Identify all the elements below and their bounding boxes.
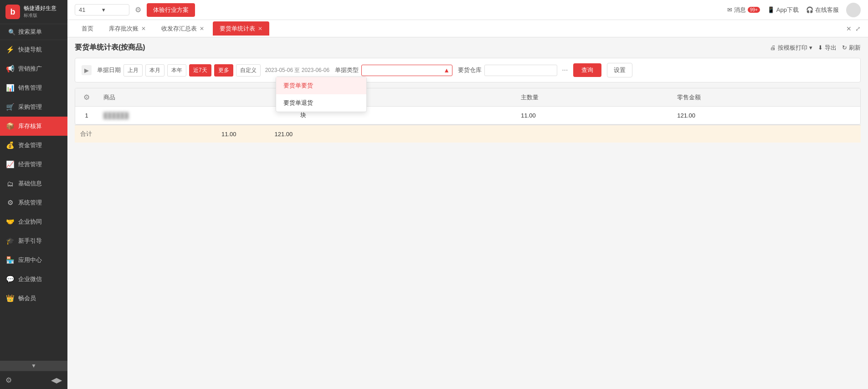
sidebar-item-system[interactable]: ⚙ 系统管理 xyxy=(0,193,67,212)
appcenter-icon: 🏪 xyxy=(5,256,15,265)
filter-settings-button[interactable]: 设置 xyxy=(607,63,632,77)
purchase-icon: 🛒 xyxy=(5,102,15,112)
page-header: 要货单统计表(按商品) 🖨 按模板打印 ▾ ⬇ 导出 ↻ 刷新 xyxy=(75,43,861,52)
filter-date-7days[interactable]: 近7天 xyxy=(189,64,211,77)
messages-button[interactable]: ✉ 消息 99+ xyxy=(727,6,760,14)
col-product-label: 商品 xyxy=(103,94,115,101)
sidebar-item-inventory[interactable]: 📦 库存核算 xyxy=(0,117,67,136)
tab-order-stats-close[interactable]: ✕ xyxy=(258,26,262,32)
sidebar-item-finance[interactable]: 💰 资金管理 xyxy=(0,136,67,155)
filter-query-button[interactable]: 查询 xyxy=(573,63,601,77)
app-version: 标准版 xyxy=(24,12,56,19)
sidebar-search[interactable]: 🔍 搜索菜单 xyxy=(0,24,67,40)
sidebar-item-quicknav[interactable]: ⚡ 快捷导航 xyxy=(0,40,67,59)
filter-type-input[interactable] xyxy=(361,65,452,76)
sidebar-item-appcenter[interactable]: 🏪 应用中心 xyxy=(0,251,67,270)
tabs-bar: 首页 库存批次账 ✕ 收发存汇总表 ✕ 要货单统计表 ✕ ✕ ⤢ xyxy=(67,20,868,37)
filter-date-more[interactable]: 更多 xyxy=(214,64,233,77)
promo-button[interactable]: 体验行业方案 xyxy=(147,3,195,17)
member-label: 畅会员 xyxy=(18,294,36,302)
collab-label: 企业协同 xyxy=(18,218,42,226)
table-settings-icon[interactable]: ⚙ xyxy=(83,93,90,101)
filter-date-range: 2023-05-06 至 2023-06-06 xyxy=(265,67,329,74)
filter-bar: ▶ 单据日期 上月 本月 本年 近7天 更多 自定义 2023-05-06 至 … xyxy=(75,58,861,82)
filter-date-label: 单据日期 xyxy=(97,66,121,74)
sidebar-item-collab[interactable]: 🤝 企业协同 xyxy=(0,212,67,231)
headset-icon: 🎧 xyxy=(806,6,813,13)
sales-icon: 📊 xyxy=(5,83,15,92)
tab-inventory-batch[interactable]: 库存批次账 ✕ xyxy=(102,21,153,36)
basic-info-label: 基础信息 xyxy=(18,179,42,188)
filter-date-this-month[interactable]: 本月 xyxy=(145,64,164,77)
export-button[interactable]: ⬇ 导出 xyxy=(818,44,837,52)
refresh-label: 刷新 xyxy=(849,44,861,52)
tab-home[interactable]: 首页 xyxy=(75,21,100,36)
branch-selector-chevron: ▾ xyxy=(102,6,123,13)
sidebar-item-wechat[interactable]: 💬 企业微信 xyxy=(0,270,67,289)
print-label: 按模板打印 xyxy=(778,44,807,52)
dropdown-item-return-label: 要货单退货 xyxy=(283,99,313,106)
filter-type-group: 单据类型 ▲ xyxy=(335,65,452,76)
print-icon: 🖨 xyxy=(770,44,776,51)
col-header-quantity: 主数量 xyxy=(515,88,672,107)
dropdown-item-return[interactable]: 要货单退货 xyxy=(276,94,366,112)
sidebar-item-guide[interactable]: 🎓 新手引导 xyxy=(0,231,67,251)
filter-date-group: 单据日期 上月 本月 本年 近7天 更多 自定义 2023-05-06 至 20… xyxy=(97,64,329,77)
tab-stock-summary-label: 收发存汇总表 xyxy=(161,25,197,33)
branch-selector-text: 41 xyxy=(79,6,100,13)
tab-action-close-icon[interactable]: ✕ xyxy=(846,25,852,32)
sidebar-item-marketing[interactable]: 📢 营销推广 xyxy=(0,59,67,78)
phone-icon: 📱 xyxy=(767,6,775,13)
online-service-button[interactable]: 🎧 在线客服 xyxy=(806,6,839,14)
collab-icon: 🤝 xyxy=(5,217,15,226)
sidebar-item-member[interactable]: 👑 畅会员 xyxy=(0,289,67,308)
tab-stock-summary[interactable]: 收发存汇总表 ✕ xyxy=(154,21,211,36)
filter-warehouse-more[interactable]: ··· xyxy=(562,66,568,74)
topbar-gear-icon[interactable]: ⚙ xyxy=(135,5,141,14)
filter-date-last-month[interactable]: 上月 xyxy=(123,64,143,77)
sidebar-scroll-down[interactable]: ▼ xyxy=(0,361,67,371)
inventory-icon: 📦 xyxy=(5,122,15,131)
basic-info-icon: 🗂 xyxy=(5,179,15,188)
col-header-amount: 零售金额 xyxy=(672,88,860,107)
tab-inventory-batch-label: 库存批次账 xyxy=(109,25,139,33)
type-dropdown: 要货单要货 要货单退货 xyxy=(276,77,367,112)
collapse-icon[interactable]: ◀▶ xyxy=(51,376,62,384)
col-header-settings[interactable]: ⚙ xyxy=(75,88,98,107)
sidebar-item-basic-info[interactable]: 🗂 基础信息 xyxy=(0,174,67,193)
user-avatar[interactable] xyxy=(846,3,861,17)
filter-date-custom[interactable]: 自定义 xyxy=(236,64,261,77)
tab-inventory-batch-close[interactable]: ✕ xyxy=(141,26,146,32)
operations-icon: 📈 xyxy=(5,160,15,169)
filter-expand-button[interactable]: ▶ xyxy=(82,65,92,75)
summary-row: 合计 11.00 121.00 xyxy=(75,125,861,143)
app-download-button[interactable]: 📱 App下载 xyxy=(767,6,799,14)
scroll-down-icon: ▼ xyxy=(31,363,36,369)
search-icon: 🔍 xyxy=(8,29,15,36)
print-button[interactable]: 🖨 按模板打印 ▾ xyxy=(770,44,812,52)
sidebar-item-purchase[interactable]: 🛒 采购管理 xyxy=(0,97,67,117)
filter-warehouse-input[interactable] xyxy=(484,65,557,76)
finance-label: 资金管理 xyxy=(18,141,42,149)
sidebar-nav: ⚡ 快捷导航 📢 营销推广 📊 销售管理 🛒 采购管理 📦 库存核算 💰 资金管… xyxy=(0,40,67,361)
print-chevron: ▾ xyxy=(809,44,812,51)
data-table-container: ⚙ 商品 主计量单位 主数量 零售金额 xyxy=(75,88,861,125)
page-header-actions: 🖨 按模板打印 ▾ ⬇ 导出 ↻ 刷新 xyxy=(770,44,861,52)
purchase-label: 采购管理 xyxy=(18,103,42,111)
operations-label: 经营管理 xyxy=(18,160,42,169)
filter-type-chevron[interactable]: ▲ xyxy=(443,67,450,74)
settings-icon[interactable]: ⚙ xyxy=(5,376,12,384)
sidebar-item-sales[interactable]: 📊 销售管理 xyxy=(0,78,67,97)
tab-stock-summary-close[interactable]: ✕ xyxy=(200,26,204,32)
tab-action-expand-icon[interactable]: ⤢ xyxy=(855,25,861,32)
tab-order-stats[interactable]: 要货单统计表 ✕ xyxy=(213,21,269,36)
table-row: 1 ██████ 块 11.00 121.00 xyxy=(75,107,860,124)
branch-selector[interactable]: 41 ▾ xyxy=(75,4,129,15)
dropdown-item-requisition[interactable]: 要货单要货 xyxy=(276,77,366,94)
filter-date-this-year[interactable]: 本年 xyxy=(167,64,186,77)
system-icon: ⚙ xyxy=(5,198,15,207)
app-logo-icon: b xyxy=(5,5,20,19)
guide-icon: 🎓 xyxy=(5,236,15,246)
refresh-button[interactable]: ↻ 刷新 xyxy=(842,44,861,52)
sidebar-item-operations[interactable]: 📈 经营管理 xyxy=(0,155,67,174)
